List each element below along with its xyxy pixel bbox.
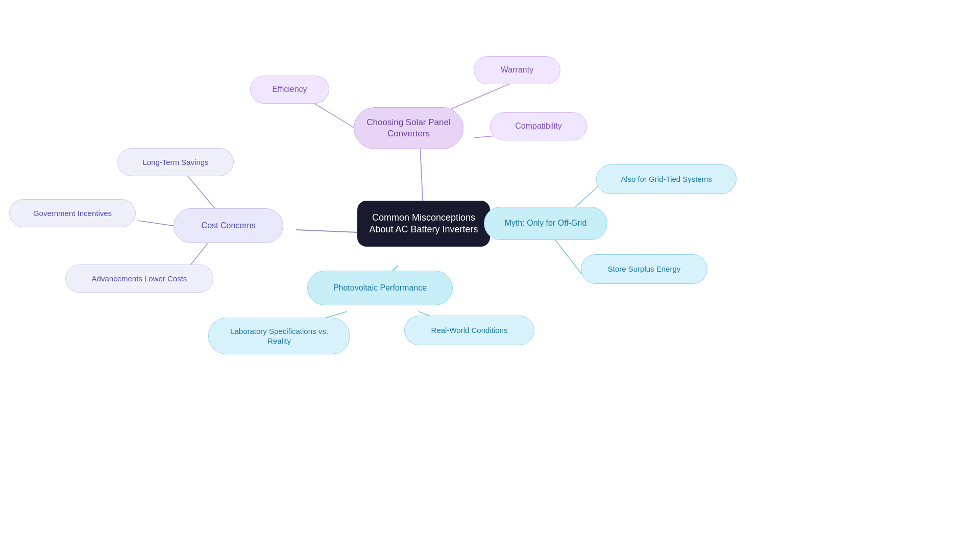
choosing-node: Choosing Solar PanelConverters xyxy=(354,107,463,149)
svg-line-4 xyxy=(296,230,357,232)
photovoltaic-performance-node: Photovoltaic Performance xyxy=(307,271,453,305)
myth-off-grid-node: Myth: Only for Off-Grid xyxy=(484,207,607,240)
government-incentives-node: Government Incentives xyxy=(9,199,136,227)
warranty-node: Warranty xyxy=(474,56,560,84)
center-node: Common MisconceptionsAbout AC Battery In… xyxy=(357,201,490,247)
efficiency-node: Efficiency xyxy=(250,76,329,104)
compatibility-node: Compatibility xyxy=(490,112,587,140)
also-grid-tied-node: Also for Grid-Tied Systems xyxy=(596,164,737,194)
real-world-conditions-node: Real-World Conditions xyxy=(404,316,534,345)
cost-concerns-node: Cost Concerns xyxy=(174,208,283,243)
svg-line-10 xyxy=(551,235,582,274)
long-term-savings-node: Long-Term Savings xyxy=(117,148,234,176)
lab-spec-node: Laboratory Specifications vs.Reality xyxy=(208,318,350,354)
store-surplus-energy-node: Store Surplus Energy xyxy=(581,254,707,284)
advancements-lower-costs-node: Advancements Lower Costs xyxy=(65,265,213,293)
